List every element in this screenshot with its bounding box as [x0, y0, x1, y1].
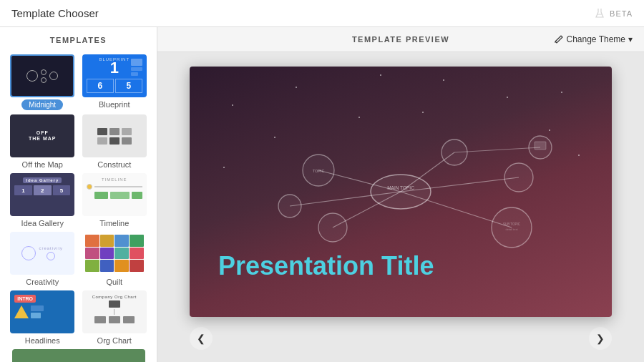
slide-nav: ❮ ❯ — [190, 321, 612, 356]
template-thumb-chalkboard: Chalkboard — [12, 349, 145, 362]
pencil-icon — [554, 34, 564, 44]
template-thumb-ideagallery: Idea Gallery 1 2 5 — [10, 173, 74, 216]
template-item-ideagallery[interactable]: Idea Gallery 1 2 5 Idea Gallery — [9, 173, 77, 228]
preview-content: MAIN TOPIC TOPIC SUB TOPIC detail text — [157, 52, 644, 362]
app-header: Template Chooser BETA — [0, 0, 644, 27]
template-label-quilt: Quilt — [106, 278, 122, 286]
template-item-chalkboard[interactable]: Chalkboard Chalkboard — [9, 349, 148, 362]
preview-header: TEMPLATE PREVIEW Change Theme ▾ — [157, 27, 644, 52]
chevron-down-icon: ▾ — [628, 34, 633, 44]
template-label-construct: Construct — [97, 160, 131, 169]
template-item-creativity[interactable]: creativity Creativity — [9, 232, 77, 286]
circle-med — [49, 72, 58, 80]
template-thumb-blueprint: BLUEPRINT 1 6 5 — [82, 54, 147, 97]
template-thumb-creativity: creativity — [10, 232, 74, 275]
template-item-midnight[interactable]: Midnight — [9, 54, 77, 110]
template-thumb-construct — [82, 114, 147, 157]
template-thumb-offthemap: OFFTHE MAP — [10, 114, 74, 157]
preview-title: TEMPLATE PREVIEW — [323, 35, 478, 44]
circle-small-2 — [41, 77, 47, 83]
template-item-construct[interactable]: Construct — [81, 114, 149, 169]
prev-slide-button[interactable]: ❮ — [190, 327, 213, 350]
flask-icon — [594, 8, 605, 19]
next-slide-button[interactable]: ❯ — [589, 327, 612, 350]
circle-small-1 — [41, 69, 47, 75]
template-thumb-orgchart: Company Org Chart — [82, 290, 147, 333]
svg-text:SUB TOPIC: SUB TOPIC — [503, 222, 521, 226]
change-theme-button[interactable]: Change Theme ▾ — [554, 34, 633, 44]
template-thumb-quilt — [82, 232, 147, 275]
slide-preview: MAIN TOPIC TOPIC SUB TOPIC detail text — [190, 67, 612, 317]
template-label-ideagallery: Idea Gallery — [21, 219, 64, 228]
sidebar: TEMPLATES Midnight — [0, 27, 157, 362]
slide-title: Presentation Title — [190, 251, 612, 281]
svg-point-16 — [318, 213, 347, 242]
svg-text:TOPIC: TOPIC — [313, 169, 325, 173]
template-label-headlines: Headlines — [25, 336, 60, 345]
svg-point-11 — [441, 140, 467, 165]
sidebar-header: TEMPLATES — [0, 27, 157, 50]
template-grid: Midnight BLUEPRINT 1 6 5 Blueprint — [0, 50, 157, 362]
preview-area: TEMPLATE PREVIEW Change Theme ▾ — [157, 27, 644, 362]
template-thumb-headlines: INTRO — [10, 290, 74, 333]
template-item-headlines[interactable]: INTRO Headlines — [9, 290, 77, 345]
template-label-offthemap: Off the Map — [22, 160, 63, 169]
circle-large — [26, 70, 38, 82]
main-layout: TEMPLATES Midnight — [0, 27, 644, 362]
template-label-timeline: Timeline — [99, 219, 129, 228]
template-item-orgchart[interactable]: Company Org Chart Org Chart — [81, 290, 149, 345]
beta-badge: BETA — [594, 8, 633, 19]
template-label-blueprint: Blueprint — [99, 100, 130, 109]
template-label-orgchart: Org Chart — [97, 336, 132, 345]
template-item-offthemap[interactable]: OFFTHE MAP Off the Map — [9, 114, 77, 169]
template-item-timeline[interactable]: TIMELINE Timeline — [81, 173, 149, 228]
svg-text:MAIN TOPIC: MAIN TOPIC — [387, 185, 414, 190]
app-title: Template Chooser — [11, 7, 99, 19]
svg-point-17 — [278, 195, 301, 217]
svg-point-12 — [504, 163, 533, 192]
template-thumb-timeline: TIMELINE — [82, 173, 147, 216]
template-label-creativity: Creativity — [26, 278, 59, 286]
template-thumb-midnight — [10, 54, 74, 97]
template-item-blueprint[interactable]: BLUEPRINT 1 6 5 Blueprint — [81, 54, 149, 110]
svg-text:detail text: detail text — [505, 228, 518, 231]
template-item-quilt[interactable]: Quilt — [81, 232, 149, 286]
svg-point-7 — [371, 175, 431, 209]
svg-rect-19 — [535, 142, 546, 150]
selected-badge: Midnight — [21, 99, 63, 110]
